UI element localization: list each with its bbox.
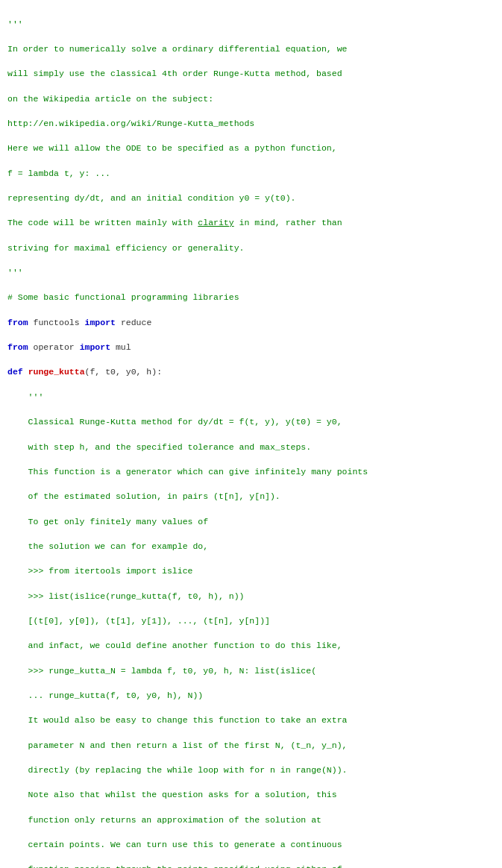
code-content: ''' In order to numerically solve a ordi… <box>0 0 502 868</box>
